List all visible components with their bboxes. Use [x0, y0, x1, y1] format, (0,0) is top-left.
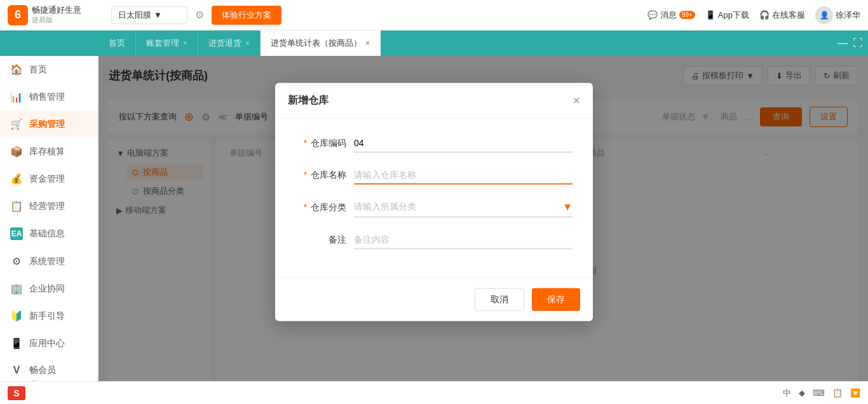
bottom-icons: 中 ◆ ⌨ 📋 🔽	[783, 387, 860, 399]
messages-label: 消息	[660, 10, 677, 21]
store-name: 日太阳膜	[118, 10, 151, 21]
apps-icon: 📱	[10, 337, 23, 349]
tab-purchase-stats-close[interactable]: ×	[365, 39, 370, 48]
sidebar-item-enterprise[interactable]: 🏢 企业协同	[0, 275, 98, 302]
enterprise-icon: 🏢	[10, 283, 23, 295]
bottom-zh-icon[interactable]: 中	[783, 387, 791, 399]
modal-title: 新增仓库	[288, 94, 329, 107]
sidebar-item-guide[interactable]: 🔰 新手引导	[0, 302, 98, 330]
app-download-btn[interactable]: 📱 App下载	[705, 10, 749, 21]
tab-expand-icon[interactable]: ⛶	[853, 37, 863, 49]
app-name: 畅捷通好生意	[32, 5, 81, 16]
tabbar: 首页 账套管理 × 进货退货 × 进货单统计表（按商品） × — ⛶	[0, 30, 868, 56]
sidebar-item-system-label: 系统管理	[29, 256, 65, 267]
tab-purchase-return[interactable]: 进货退货 ×	[198, 30, 261, 56]
sidebar-item-apps-label: 应用中心	[29, 338, 65, 349]
online-service-btn[interactable]: 🎧 在线客服	[759, 10, 805, 21]
sidebar-item-enterprise-label: 企业协同	[29, 283, 65, 295]
tab-purchase-return-close[interactable]: ×	[245, 39, 250, 48]
guide-icon: 🔰	[10, 310, 23, 322]
purchase-icon: 🛒	[10, 118, 23, 130]
modal-footer: 取消 保存	[275, 278, 593, 321]
bottom-clipboard-icon[interactable]: 📋	[832, 388, 843, 398]
modal-close-button[interactable]: ×	[573, 93, 580, 108]
home-icon: 🏠	[10, 64, 23, 76]
add-warehouse-modal: 新增仓库 × * 仓库编码 * 仓库名称 * 仓库分类 请输入	[275, 83, 593, 321]
modal-header: 新增仓库 ×	[275, 83, 593, 119]
sidebar-item-inventory-label: 库存核算	[29, 146, 65, 158]
tab-accounts[interactable]: 账套管理 ×	[136, 30, 198, 56]
form-row-category: * 仓库分类 请输入所属分类 ▼	[295, 198, 573, 218]
dropdown-icon: ▼	[154, 10, 162, 20]
bottom-logo: S	[8, 386, 25, 400]
bottom-arrow-icon[interactable]: 🔽	[850, 388, 860, 398]
message-badge: 99+	[679, 11, 695, 19]
user-btn[interactable]: 👤 徐泽华	[815, 6, 860, 24]
topbar: 6 畅捷通好生意 捷易版 日太阳膜 ▼ ⚙ 体验行业方案 💬 消息 99+ 📱 …	[0, 0, 868, 30]
inventory-icon: 📦	[10, 145, 23, 158]
bottom-diamond-icon[interactable]: ◆	[799, 388, 805, 398]
form-row-code: * 仓库编码	[295, 134, 573, 153]
category-label: * 仓库分类	[295, 202, 346, 213]
app-logo-icon: 6	[8, 5, 28, 25]
tab-home-label: 首页	[109, 37, 125, 49]
finance-icon: 💰	[10, 173, 23, 185]
operations-icon: 📋	[10, 200, 23, 212]
sidebar-item-purchase-label: 采购管理	[29, 119, 65, 130]
avatar: 👤	[815, 6, 833, 24]
settings-icon[interactable]: ⚙	[193, 6, 207, 24]
phone-icon: 📱	[705, 10, 715, 20]
warehouse-category-select[interactable]: 请输入所属分类 ▼	[354, 198, 573, 218]
sidebar-item-home[interactable]: 🏠 首页	[0, 56, 98, 83]
trial-button[interactable]: 体验行业方案	[212, 6, 281, 25]
messages-btn[interactable]: 💬 消息 99+	[648, 10, 695, 21]
sidebar-item-finance[interactable]: 💰 资金管理	[0, 165, 98, 192]
name-label: * 仓库名称	[295, 170, 346, 181]
tab-purchase-stats[interactable]: 进货单统计表（按商品） ×	[261, 30, 381, 56]
sidebar-item-system[interactable]: ⚙ 系统管理	[0, 248, 98, 275]
name-required-mark: *	[304, 170, 307, 180]
warehouse-name-input[interactable]	[354, 166, 573, 185]
bottom-keyboard-icon[interactable]: ⌨	[813, 388, 825, 398]
form-row-note: 备注	[295, 231, 573, 250]
warehouse-note-input[interactable]	[354, 231, 573, 250]
sidebar-item-purchase[interactable]: 🛒 采购管理	[0, 111, 98, 138]
bottombar: S 中 ◆ ⌨ 📋 🔽	[0, 381, 868, 404]
app-download-label: App下载	[718, 10, 749, 21]
category-dropdown-icon: ▼	[562, 201, 573, 213]
store-selector[interactable]: 日太阳膜 ▼	[111, 6, 187, 24]
app-sub: 捷易版	[32, 15, 81, 25]
basic-info-icon: EA	[10, 227, 23, 240]
form-row-name: * 仓库名称	[295, 166, 573, 185]
tab-home[interactable]: 首页	[98, 30, 136, 56]
sidebar-item-sales[interactable]: 📊 销售管理	[0, 83, 98, 111]
save-button[interactable]: 保存	[532, 288, 580, 311]
category-placeholder: 请输入所属分类	[354, 201, 416, 213]
tab-minimize-icon[interactable]: —	[837, 37, 848, 49]
sidebar-item-basic-info[interactable]: EA 基础信息	[0, 220, 98, 248]
code-required-mark: *	[304, 138, 307, 148]
tab-accounts-label: 账套管理	[146, 37, 179, 49]
logo-area: 6 畅捷通好生意 捷易版	[8, 5, 106, 25]
category-required-mark: *	[304, 202, 307, 212]
sidebar-item-finance-label: 资金管理	[29, 173, 65, 185]
username: 徐泽华	[836, 10, 860, 21]
sidebar-item-apps[interactable]: 📱 应用中心	[0, 330, 98, 357]
headset-icon: 🎧	[759, 10, 770, 20]
tabbar-actions: — ⛶	[837, 37, 868, 49]
sidebar-item-guide-label: 新手引导	[29, 311, 65, 322]
s-logo-icon: S	[8, 386, 25, 400]
sidebar-item-operations-label: 经营管理	[29, 201, 65, 212]
topbar-right: 💬 消息 99+ 📱 App下载 🎧 在线客服 👤 徐泽华	[648, 6, 860, 24]
sidebar-item-basic-info-label: 基础信息	[29, 228, 65, 239]
cancel-button[interactable]: 取消	[475, 288, 524, 311]
tab-accounts-close[interactable]: ×	[183, 39, 187, 48]
sales-icon: 📊	[10, 91, 23, 103]
tab-purchase-return-label: 进货退货	[208, 37, 241, 49]
sidebar-item-operations[interactable]: 📋 经营管理	[0, 192, 98, 220]
note-label: 备注	[295, 234, 346, 246]
sidebar-item-inventory[interactable]: 📦 库存核算	[0, 138, 98, 165]
system-icon: ⚙	[10, 255, 23, 267]
sidebar-item-home-label: 首页	[29, 64, 47, 76]
warehouse-code-input[interactable]	[354, 134, 573, 153]
